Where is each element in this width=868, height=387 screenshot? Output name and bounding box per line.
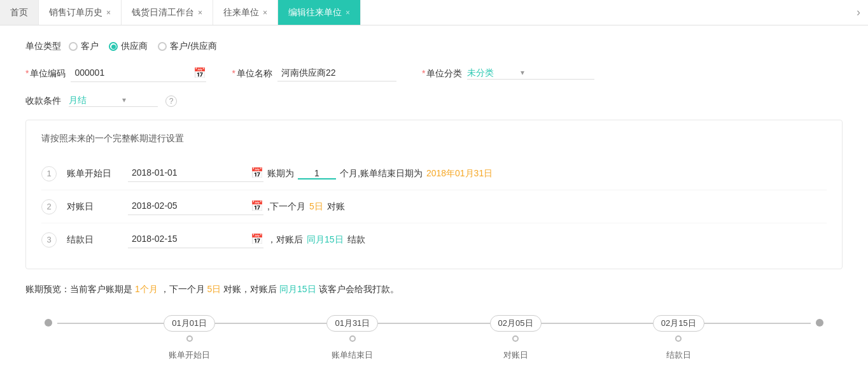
unit-type-radio-group: 客户 供应商 客户/供应商 (69, 41, 217, 52)
unit-category-label: *单位分类 (422, 68, 462, 80)
timeline-label-1: 账单开始日 (169, 349, 210, 361)
preview-middle2: 对账，对账后 (223, 284, 277, 294)
unit-type-label: 单位类型 (25, 41, 61, 52)
tab-cash-work[interactable]: 钱货日清工作台 × (122, 0, 213, 25)
step-num-1: 1 (41, 166, 57, 181)
payment-condition-select-wrapper: 月结 ▾ (69, 95, 158, 107)
tab-sales-history[interactable]: 销售订单历史 × (39, 0, 122, 25)
tab-home-label: 首页 (10, 7, 28, 18)
tab-sales-history-label: 销售订单历史 (49, 7, 102, 18)
step1-period-prefix: 账期为 (267, 168, 294, 179)
timeline-badge-2: 01月31日 (326, 315, 378, 332)
step-row-3: 3 结款日 📅 ，对账后 同月15日 结款 (41, 223, 827, 256)
radio-supplier-circle (109, 42, 118, 51)
preview-suffix: 该客户会给我打款。 (319, 284, 399, 294)
preview-part1: 1个月 (135, 284, 158, 294)
step2-date-wrapper: 📅 (128, 198, 263, 215)
step1-period-input[interactable] (298, 168, 336, 179)
step-label-2: 对账日 (67, 201, 118, 213)
unit-type-row: 单位类型 客户 供应商 客户/供应商 (25, 41, 843, 52)
preview-text: 账期预览：当前客户账期是 1个月 ，下一个月 5日 对账，对账后 同月15日 该… (25, 282, 843, 296)
timeline: 01月01日 账单开始日 01月31日 账单结束日 02月05日 对账日 (25, 309, 843, 361)
unit-category-chevron-icon: ▾ (521, 68, 524, 77)
step-content-3: 📅 ，对账后 同月15日 结款 (128, 231, 827, 248)
unit-info-row: *单位编码 📅 *单位名称 *单位分类 未分类 ▾ (25, 65, 843, 82)
tab-edit-partner-label: 编辑往来单位 (288, 7, 342, 18)
unit-code-field-wrapper: 📅 (71, 65, 206, 82)
step3-desc-prefix: ，对账后 (267, 234, 303, 246)
timeline-label-2: 账单结束日 (332, 349, 373, 361)
radio-customer-label: 客户 (81, 41, 99, 52)
timeline-label-4: 结款日 (666, 349, 691, 361)
unit-code-label: *单位编码 (25, 68, 66, 80)
tab-cash-work-close[interactable]: × (198, 8, 202, 17)
preview-part3: 同月15日 (279, 284, 316, 294)
step-label-1: 账单开始日 (67, 168, 118, 179)
step-num-3: 3 (41, 232, 57, 248)
tab-partner-units-label: 往来单位 (223, 7, 259, 18)
payment-condition-label: 收款条件 (25, 95, 61, 107)
unit-code-input[interactable] (71, 65, 190, 80)
tab-sales-history-close[interactable]: × (106, 8, 111, 17)
payment-condition-help-icon[interactable]: ? (165, 95, 177, 107)
tab-home[interactable]: 首页 (0, 0, 39, 25)
tab-cash-work-label: 钱货日清工作台 (132, 7, 194, 18)
unit-name-label: *单位名称 (232, 68, 272, 80)
timeline-badge-4: 02月15日 (653, 315, 704, 332)
preview-middle1: ，下一个月 (160, 284, 205, 294)
preview-prefix: 账期预览：当前客户账期是 (25, 284, 132, 294)
step3-date-input[interactable] (128, 231, 247, 246)
step2-desc-prefix: ,下一个月 (267, 201, 305, 213)
tab-more-button[interactable]: › (849, 0, 868, 25)
step-content-2: 📅 ,下一个月 5日 对账 (128, 198, 827, 215)
step3-calendar-icon[interactable]: 📅 (251, 233, 263, 245)
radio-customer-circle (69, 42, 78, 51)
step2-date-input[interactable] (128, 198, 247, 213)
radio-supplier-label: 供应商 (121, 41, 148, 52)
radio-both[interactable]: 客户/供应商 (158, 41, 217, 52)
tab-edit-partner-close[interactable]: × (346, 8, 350, 17)
unit-name-input[interactable] (277, 66, 396, 81)
preview-section: 账期预览：当前客户账期是 1个月 ，下一个月 5日 对账，对账后 同月15日 该… (25, 282, 843, 296)
radio-supplier[interactable]: 供应商 (109, 41, 148, 52)
panel-title: 请按照未来的一个完整帐期进行设置 (41, 133, 827, 144)
timeline-end-dot (816, 315, 823, 361)
tab-edit-partner[interactable]: 编辑往来单位 × (278, 0, 361, 25)
preview-part2: 5日 (207, 284, 221, 294)
step1-date-input[interactable] (128, 165, 247, 180)
step3-desc-highlight: 同月15日 (307, 234, 344, 246)
step1-end-date: 2018年01月31日 (426, 168, 493, 179)
step2-desc-suffix: 对账 (327, 201, 345, 213)
step3-desc-suffix: 结款 (347, 234, 365, 246)
step-row-2: 2 对账日 📅 ,下一个月 5日 对账 (41, 190, 827, 223)
payment-condition-select[interactable]: 月结 (69, 95, 120, 105)
step2-calendar-icon[interactable]: 📅 (251, 200, 263, 212)
step-content-1: 📅 账期为 个月,账单结束日期为 2018年01月31日 (128, 165, 827, 182)
timeline-badge-1: 01月01日 (164, 315, 215, 332)
timeline-point-3: 02月05日 对账日 (490, 315, 542, 361)
step1-period-suffix: 个月,账单结束日期为 (340, 168, 423, 179)
step-num-2: 2 (41, 199, 57, 215)
timeline-badge-3: 02月05日 (490, 315, 542, 332)
step1-calendar-icon[interactable]: 📅 (251, 167, 263, 179)
radio-customer[interactable]: 客户 (69, 41, 99, 52)
main-content: 单位类型 客户 供应商 客户/供应商 *单位编码 📅 (0, 25, 868, 387)
payment-condition-chevron-icon: ▾ (122, 95, 126, 104)
unit-category-select-wrapper: 未分类 ▾ (467, 67, 594, 80)
step3-date-wrapper: 📅 (128, 231, 263, 248)
unit-code-calendar-icon[interactable]: 📅 (193, 67, 206, 79)
tab-partner-units-close[interactable]: × (263, 8, 267, 17)
step1-date-wrapper: 📅 (128, 165, 263, 182)
timeline-point-2: 01月31日 账单结束日 (326, 315, 378, 361)
tab-bar: 首页 销售订单历史 × 钱货日清工作台 × 往来单位 × 编辑往来单位 × › (0, 0, 868, 25)
step-label-3: 结款日 (67, 234, 118, 246)
tab-partner-units[interactable]: 往来单位 × (213, 0, 278, 25)
timeline-point-4: 02月15日 结款日 (653, 315, 704, 361)
unit-category-select[interactable]: 未分类 (467, 67, 518, 78)
step2-desc-highlight: 5日 (309, 201, 323, 213)
payment-condition-row: 收款条件 月结 ▾ ? (25, 95, 843, 107)
timeline-start-dot (45, 315, 52, 361)
radio-both-label: 客户/供应商 (170, 41, 217, 52)
timeline-point-1: 01月01日 账单开始日 (164, 315, 215, 361)
settings-panel: 请按照未来的一个完整帐期进行设置 1 账单开始日 📅 账期为 个月,账单结束日期… (25, 120, 843, 269)
